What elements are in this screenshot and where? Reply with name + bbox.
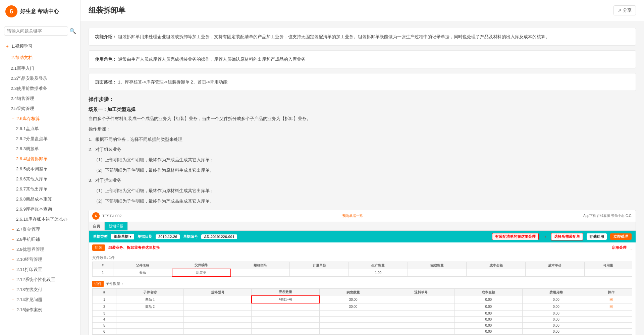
sidebar-item-2.7[interactable]: ＋ 2.7资金管理 [0,224,80,234]
sidebar-item-video[interactable]: ＋ 1.视频学习 [0,41,80,52]
steps-title: 操作步骤： [89,96,636,103]
scene1-desc: 当由多个子件材料组装成一个成品的业务为【组装】业务，当由一个父件拆分成多个子产品… [89,115,636,123]
table-row: 2 商品 2 30.00 0.00 0.00 回 [93,303,632,310]
sidebar-item-2.13[interactable]: ＋ 2.13在线支付 [0,285,80,295]
table-row: 1 关系 组装单 1.00 [93,269,632,276]
sidebar-item-2.14[interactable]: ＋ 2.14常见问题 [0,295,80,305]
search-button[interactable]: 🔍 [69,28,76,34]
sidebar-item-sales[interactable]: 2.4销售管理 [0,94,80,104]
teal-header-bar: 单据类型 组装单据 ▾ 单据日期 2019-12-26 单据编号 AD-2019… [89,231,636,242]
col-produce-qty: 生产数量 [349,262,408,269]
col-done-qty: 完成数量 [408,262,467,269]
step1-text: 1、根据不同的业务，选择不同单据的类型来处理 [89,135,636,144]
minus-icon-inventory: － [11,116,15,122]
plus-icon-2.10: ＋ [11,257,15,263]
action-link-1[interactable]: 回 [609,297,613,301]
tab-self-pay[interactable]: 自费 [89,222,105,230]
scene1-title: 场景一：加工类型选择 [89,107,636,113]
sidebar-item-2.8[interactable]: ＋ 2.8手机旺铺 [0,234,80,244]
plus-icon-2.9: ＋ [11,246,15,253]
sidebar-logo: 6 好生意 帮助中心 [0,0,80,23]
sidebar-item-2.6.1[interactable]: 2.6.1盘点单 [0,124,80,134]
sidebar-item-data-prep[interactable]: 2.3使用前数据准备 [0,83,80,94]
date-value: 2019-12-26 [156,234,180,239]
sidebar-item-2.6.3[interactable]: 2.6.3调拨单 [0,144,80,154]
app-top-bar: 6 TEST-H002 预选单据一览 App下载 在线客服 帮助中心 C.C. [89,210,636,222]
doc-type-value[interactable]: 组装单据 ▾ [111,234,134,239]
sidebar-item-purchase[interactable]: 2.5采购管理 [0,104,80,114]
path-label: 页面路径： [95,79,117,85]
app-top-right: App下载 在线客服 帮助中心 C.C. [583,214,632,218]
sidebar: 6 好生意 帮助中心 🔍 ＋ 1.视频学习 － 2.帮助文档 2.1新手入门 2… [0,0,80,335]
share-button[interactable]: ↗ 分享 [613,5,636,15]
sidebar-item-2.6.4[interactable]: 2.6.4组装拆卸单 [0,154,80,164]
upper-table-area: 父件数量: 1件 # 父件名称 父件编号 规格型号 计量单位 生产数量 完成数量… [89,253,636,279]
plus-icon-2.15: ＋ [11,307,15,313]
sidebar-item-2.6.10[interactable]: 2.6.10库存账本错了怎么办 [0,214,80,224]
enable-annotation: 启用处理 [612,245,627,250]
col-parent-code: 父件编号 [172,262,231,269]
date-label: 单据日期 [138,234,152,239]
sidebar-item-inventory[interactable]: － 2.6库存核算 [0,114,80,124]
sidebar-item-2.6.5[interactable]: 2.6.5成本调整单 [0,164,80,174]
main-content-area: 组装拆卸单 ↗ 分享 功能介绍： 组装拆卸单用来处理企业组装或拆卸等加工业务，支… [80,0,644,335]
step3-text: 3、对于拆卸业务 [89,176,636,185]
sidebar-item-2.6.7[interactable]: 2.6.7其他出库单 [0,184,80,194]
nav-section: ＋ 1.视频学习 － 2.帮助文档 2.1新手入门 2.2产品安装及登录 2.3… [0,39,80,316]
sidebar-item-2.12[interactable]: ＋ 2.12系统个性化设置 [0,275,80,285]
func-intro-label: 功能介绍： [95,34,117,39]
sidebar-item-2.6.6[interactable]: 2.6.6其他入库单 [0,174,80,184]
annotation2-box: 选择所需装配单 [551,233,583,240]
sidebar-item-2.6.2[interactable]: 2.6.2分量盘点单 [0,134,80,144]
sidebar-search-area: 🔍 [0,23,80,39]
action-button[interactable]: 立即处理 [610,233,632,240]
sidebar-item-2.10[interactable]: ＋ 2.10经营管理 [0,255,80,265]
path-text: 1、库存核算->库存管理->组装拆卸单 2、首页->常用功能 [118,79,228,85]
app-logo: 6 [92,212,100,220]
app-new-doc-btn[interactable]: 预选单据一览 [342,214,363,218]
lower-table-area: 组件 子件数量： # 子件名称 规格型号 应发数量 实发数量 退料单号 成本金额 [89,279,636,335]
lower-table: # 子件名称 规格型号 应发数量 实发数量 退料单号 成本金额 费用分摊 操作 [92,288,632,335]
step2-1-text: （1）上部明细为父件明细，最终作为产成品生成其它入库单； [94,156,636,164]
arrow1: → [542,234,547,240]
app-id: TEST-H002 [102,214,121,218]
sidebar-item-2.11[interactable]: ＋ 2.11打印设置 [0,265,80,275]
func-intro-text: 组装拆卸单用来处理企业组装或拆卸等加工业务，支持有固定装配清单的产品加工业务，也… [118,34,550,39]
table-row: 40.000.00 [93,316,632,322]
tab-new-doc[interactable]: 新增单据 [105,222,128,230]
annotation3-value[interactable]: 存储处用 [587,233,607,240]
sidebar-item-docs[interactable]: － 2.帮助文档 [0,52,80,63]
steps-label2: 操作步骤： [89,125,636,133]
plus-icon-2.7: ＋ [11,226,15,232]
arrow-enable: ↓ [630,245,632,250]
upper-table-label: 父件数量: 1件 [92,255,632,260]
share-icon: ↗ [618,8,622,13]
sidebar-item-install[interactable]: 2.2产品安装及登录 [0,73,80,83]
plus-icon-2.12: ＋ [11,277,15,283]
col-cost-price: 成本单价 [525,262,584,269]
sidebar-item-2.6.8[interactable]: 2.6.8商品成本重算 [0,194,80,204]
plus-icon-2.8: ＋ [11,236,15,242]
step2-text: 2、对于组装业务 [89,146,636,154]
step3-2-text: （2）下部明细为子件明细，最终作为产成品生成其它入库单。 [94,197,636,206]
action-link-2[interactable]: 回 [609,305,613,309]
orange-label: 组件 [92,281,104,287]
table-row: 60.000.00 [93,328,632,334]
annotation1-text: 有装配清单的在这里处理 [492,233,539,240]
sidebar-item-2.6.9[interactable]: 2.6.9库存账本查询 [0,204,80,214]
app-tabs-bar: 自费 新增单据 [89,222,636,231]
role-block: 使用角色： 通常由生产人员或库管人员完成拆装业务的操作，库管人员确认原材料的出库… [89,50,636,68]
main-content-scroll: 功能介绍： 组装拆卸单用来处理企业组装或拆卸等加工业务，支持有固定装配清单的产品… [80,21,644,335]
doc-num-value: AD-20191226-001 [201,234,237,239]
sidebar-item-2.15[interactable]: ＋ 2.15操作案例 [0,305,80,315]
table-row: 1 商品 1 4价(1+4) 30.00 0.00 0.00 回 [93,296,632,303]
sidebar-item-new-user[interactable]: 2.1新手入门 [0,63,80,73]
search-input[interactable] [4,26,68,36]
logo-icon: 6 [5,5,17,17]
sidebar-item-2.9[interactable]: ＋ 2.9优惠券管理 [0,244,80,255]
upper-table: # 父件名称 父件编号 规格型号 计量单位 生产数量 完成数量 成本金额 成本单… [92,262,632,277]
table-row: 50.000.00 [93,322,632,328]
role-text: 通常由生产人员或库管人员完成拆装业务的操作，库管人员确认原材料的出库和产成品的入… [118,57,306,62]
switch-btn[interactable]: 组装 [92,244,105,251]
plus-icon-2.13: ＋ [11,287,15,293]
